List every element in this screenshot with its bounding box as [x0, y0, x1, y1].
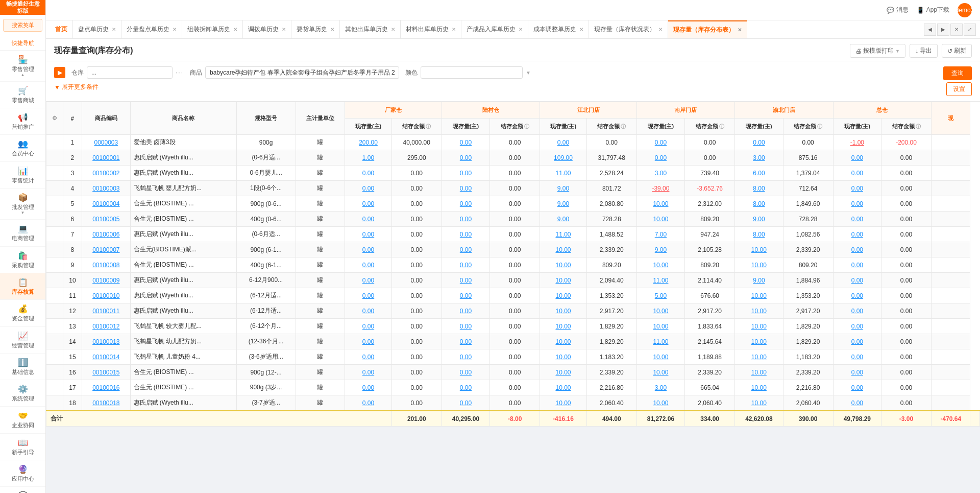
topbar: 💬 消息 📱 App下载 demo2 — [46, 0, 980, 20]
product-input[interactable] — [205, 66, 399, 79]
user-avatar[interactable]: demo2 — [958, 3, 972, 17]
expand-chevron-icon: ▼ — [54, 84, 60, 91]
search-single-btn[interactable]: 搜索英单 — [3, 19, 42, 32]
retail-label: 零售管理 — [12, 65, 34, 73]
tab-item-4[interactable]: 调拨单历史✕ — [243, 20, 291, 39]
warehouse-dots: ··· — [176, 69, 184, 76]
col-current: 现 — [932, 102, 970, 135]
inventory-icon: 📋 — [18, 277, 28, 287]
col-settings[interactable]: ⚙ — [46, 102, 63, 135]
color-label: 颜色 — [405, 68, 418, 77]
sidebar-item-basic[interactable]: ℹ️ 基础信息 — [0, 354, 45, 380]
tab-item-6[interactable]: 其他出库单历史✕ — [340, 20, 401, 39]
tab-item-3[interactable]: 组装拆卸单历史✕ — [182, 20, 243, 39]
member-label: 会员中心 — [12, 150, 34, 157]
color-dropdown-icon: ▼ — [526, 70, 531, 76]
sidebar-item-ecommerce[interactable]: 💻 电商管理 — [0, 220, 45, 246]
export-btn[interactable]: ↓ 导出 — [910, 44, 938, 58]
col-jiangbei-amt: 结存金额ⓘ — [586, 119, 636, 135]
filter-toggle-arrow[interactable]: ▶ — [54, 67, 65, 78]
tab-close-1[interactable]: ✕ — [112, 27, 116, 32]
tab-item-10[interactable]: 现存量（库存状况表）✕ — [589, 20, 668, 39]
app-download-btn[interactable]: 📱 App下载 — [917, 6, 949, 14]
sidebar-item-member[interactable]: 👥 会员中心 — [0, 135, 45, 161]
filter-expand-btn[interactable]: ▼ 展开更多条件 — [54, 83, 937, 91]
sidebar-item-wechat[interactable]: 💬 企业微信 — [0, 487, 45, 493]
quick-nav-btn[interactable]: 快捷导航 — [0, 36, 45, 51]
tab-item-8[interactable]: 产成品入库单历史✕ — [461, 20, 528, 39]
sidebar-item-retail-stats[interactable]: 📊 零售统计 — [0, 162, 45, 189]
table-row: 600100005合生元 (BIOSTIME) ...400g (0-6...罐… — [46, 212, 980, 227]
wholesale-label: 批发管理 — [12, 203, 34, 210]
purchase-icon: 🛍️ — [18, 251, 28, 261]
page-header: 现存量查询(库存分布) 🖨 按模版打印 ▼ ↓ 导出 ↺ 刷新 — [46, 39, 980, 61]
basic-icon: ℹ️ — [18, 358, 28, 367]
tab-close-3[interactable]: ✕ — [233, 27, 237, 32]
col-group-lucun: 陆村仓 — [442, 102, 540, 119]
tab-item-5[interactable]: 要货单历史✕ — [291, 20, 340, 39]
sidebar-item-operation[interactable]: 📈 经营管理 — [0, 327, 45, 354]
tab-nav-btn-2[interactable]: ✕ — [950, 24, 963, 36]
tab-item-11[interactable]: 现存量（库存分布表）✕ — [668, 20, 747, 39]
tab-close-5[interactable]: ✕ — [330, 27, 334, 32]
guide-label: 新手引导 — [12, 449, 34, 456]
table-row: 400100003飞鹤星飞帆 婴儿配方奶...1段(0-6个...罐0.000.… — [46, 181, 980, 196]
tab-item-1[interactable]: 盘点单历史✕ — [73, 20, 121, 39]
system-label: 系统管理 — [12, 395, 34, 402]
tab-item-7[interactable]: 材料出库单历史✕ — [401, 20, 461, 39]
tab-close-10[interactable]: ✕ — [658, 27, 663, 32]
tab-close-4[interactable]: ✕ — [282, 27, 286, 32]
sidebar-item-marketing[interactable]: 📢 营销推广 — [0, 108, 45, 135]
tab-item-0[interactable]: 首页 — [50, 20, 73, 39]
sidebar-item-enterprise[interactable]: 🤝 企业协同 — [0, 407, 45, 433]
stats-label: 零售统计 — [12, 177, 34, 184]
table-row: 900100008合生元 (BIOSTIME) ...400g (6-1...罐… — [46, 257, 980, 273]
tab-item-2[interactable]: 分量盘点单历史✕ — [121, 20, 182, 39]
marketing-label: 营销推广 — [12, 123, 34, 130]
table-row: 200100001惠氏启赋 (Wyeth illu...(0-6月适...罐1.… — [46, 150, 980, 166]
system-icon: ⚙️ — [18, 384, 28, 394]
table-row: 1600100015合生元 (BIOSTIME) ...900g (12-...… — [46, 365, 980, 380]
sidebar-item-guide[interactable]: 📖 新手引导 — [0, 434, 45, 460]
col-nanan-amt: 结存金额ⓘ — [685, 119, 735, 135]
tab-nav-btn-1[interactable]: ▶ — [937, 24, 949, 36]
sidebar-item-retail-shop[interactable]: 🛒 零售商城 — [0, 82, 45, 108]
table-row: 1800100018惠氏启赋 (Wyeth illu...(3-7岁适...罐0… — [46, 395, 980, 411]
sidebar-item-inventory[interactable]: 📋 库存核算 — [0, 273, 45, 300]
expand-arrow: ▲ — [21, 73, 25, 77]
message-icon: 💬 — [887, 7, 894, 14]
sidebar-item-system[interactable]: ⚙️ 系统管理 — [0, 380, 45, 407]
search-button[interactable]: 查询 — [943, 66, 972, 80]
tab-close-7[interactable]: ✕ — [452, 27, 456, 32]
sidebar-item-purchase[interactable]: 🛍️ 采购管理 — [0, 247, 45, 273]
download-icon: 📱 — [917, 7, 924, 14]
refresh-btn[interactable]: ↺ 刷新 — [942, 44, 972, 58]
tab-nav-btn-0[interactable]: ◀ — [924, 24, 936, 36]
sidebar-item-retail-mgmt[interactable]: 🏪 零售管理 ▲ — [0, 51, 45, 82]
inventory-table: ⚙ # 商品编码 商品名称 规格型号 主计量单位 厂家仓 陆村仓 江北门店 南岸… — [46, 102, 980, 427]
export-icon: ↓ — [915, 48, 918, 55]
header-actions: 🖨 按模版打印 ▼ ↓ 导出 ↺ 刷新 — [850, 44, 972, 58]
tab-item-9[interactable]: 成本调整单历史✕ — [528, 20, 589, 39]
sidebar-logo: 畅捷通好生意 标版 — [0, 0, 45, 15]
wholesale-icon: 📦 — [18, 193, 28, 202]
operation-icon: 📈 — [18, 331, 28, 341]
tab-close-8[interactable]: ✕ — [519, 27, 523, 32]
sidebar-item-wholesale[interactable]: 📦 批发管理 ▼ — [0, 189, 45, 220]
tab-close-11[interactable]: ✕ — [738, 27, 742, 33]
table-row: 1300100012飞鹤星飞帆 较大婴儿配...(6-12个月...罐0.000… — [46, 319, 980, 334]
sidebar-item-finance[interactable]: 💰 资金管理 — [0, 300, 45, 326]
message-btn[interactable]: 💬 消息 — [887, 6, 909, 14]
tab-close-9[interactable]: ✕ — [579, 27, 583, 32]
retail-icon: 🏪 — [18, 55, 28, 64]
tab-close-2[interactable]: ✕ — [173, 27, 177, 32]
tab-nav-buttons: ◀▶✕⤢ — [924, 24, 976, 36]
tab-nav-btn-3[interactable]: ⤢ — [964, 24, 976, 36]
color-input[interactable] — [421, 66, 523, 79]
print-btn[interactable]: 🖨 按模版打印 ▼ — [850, 44, 905, 58]
tab-close-6[interactable]: ✕ — [391, 27, 395, 32]
warehouse-input[interactable] — [87, 66, 173, 79]
sidebar-item-appcenter[interactable]: 🔮 应用中心 — [0, 460, 45, 487]
settings-button[interactable]: 设置 — [946, 82, 972, 96]
wholesale-arrow: ▼ — [21, 210, 25, 215]
